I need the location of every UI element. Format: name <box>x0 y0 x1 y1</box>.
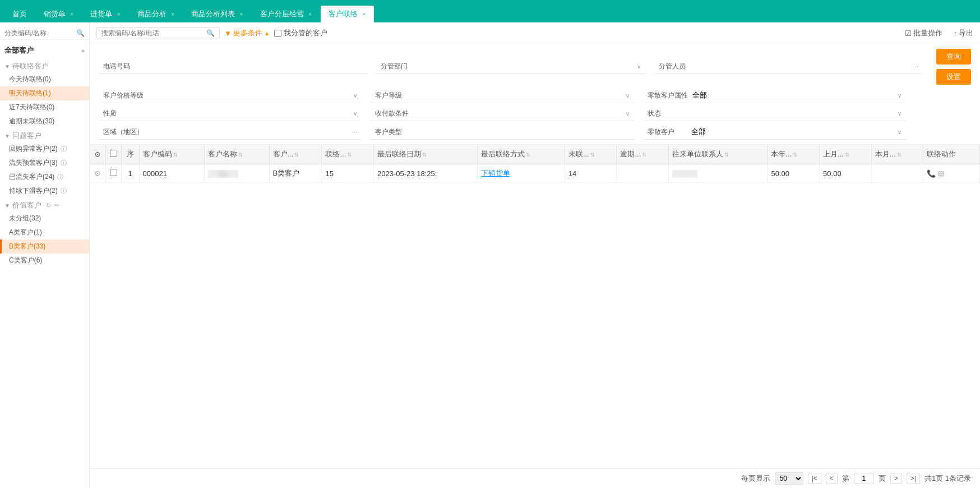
my-customers-checkbox[interactable] <box>274 30 281 37</box>
nav-item-商品分析[interactable]: 商品分析× <box>130 6 182 22</box>
sidebar-group-label-1[interactable]: ▼问题客户 <box>0 128 89 142</box>
close-tab-icon[interactable]: × <box>117 11 120 17</box>
th-check[interactable] <box>105 145 121 164</box>
payment-wrap[interactable]: ∨ <box>419 110 629 118</box>
retail-attr-wrap[interactable]: 全部 ∨ <box>692 90 902 100</box>
sidebar-search-wrap[interactable]: 🔍 <box>0 27 89 40</box>
th-this-month[interactable]: 本月...⇅ <box>871 145 923 164</box>
info-icon[interactable]: ⓘ <box>59 159 67 166</box>
nature-input[interactable] <box>147 110 351 118</box>
retail-customer-wrap[interactable]: 全部 ∨ <box>691 127 902 137</box>
close-tab-icon[interactable]: × <box>308 11 312 17</box>
nav-item-进货单[interactable]: 进货单× <box>82 6 128 22</box>
dept-input[interactable] <box>424 63 634 71</box>
sidebar-group-label-0[interactable]: ▼待联络客户 <box>0 59 89 72</box>
status-input[interactable] <box>691 110 895 118</box>
row-last-method-0[interactable]: 下销货单 <box>477 164 565 183</box>
th-this-year[interactable]: 本年...⇅ <box>768 145 820 164</box>
customer-value-input[interactable] <box>148 91 351 99</box>
sidebar-item-0-3[interactable]: 逾期未联络(30) <box>0 114 89 128</box>
customer-level-wrap[interactable]: ∨ <box>419 91 629 99</box>
nav-item-客户分层经营[interactable]: 客户分层经营× <box>252 6 320 22</box>
th-contact[interactable]: 联络...⇅ <box>322 145 374 164</box>
phone-action-icon-0[interactable]: 📞 <box>927 169 936 178</box>
th-code[interactable]: 客户编码⇅ <box>139 145 204 164</box>
sidebar-search-input[interactable] <box>4 29 76 37</box>
nav-item-商品分析列表[interactable]: 商品分析列表× <box>183 6 251 22</box>
area-input[interactable] <box>148 128 352 136</box>
grid-action-icon-0[interactable]: ⊞ <box>938 169 944 178</box>
th-name[interactable]: 客户名称⇅ <box>204 145 269 164</box>
th-not-contact[interactable]: 未联...⇅ <box>565 145 617 164</box>
area-more[interactable]: ··· <box>352 128 357 135</box>
my-customers-checkbox-wrap[interactable]: 我分管的客户 <box>274 28 327 38</box>
first-page-button[interactable]: |< <box>808 473 821 484</box>
phone-input[interactable] <box>147 63 363 71</box>
dept-select-wrap[interactable]: ∨ <box>424 63 640 71</box>
batch-operation-button[interactable]: ☑ 批量操作 <box>905 28 942 38</box>
sort-icon-nc: ⇅ <box>590 151 595 158</box>
sidebar-group-label-2[interactable]: ▼价值客户↻✏ <box>0 198 89 211</box>
th-unit-contact[interactable]: 往来单位联系人⇅ <box>669 145 768 164</box>
nav-item-客户联络[interactable]: 客户联络× <box>321 6 373 22</box>
select-all-checkbox[interactable] <box>110 150 117 157</box>
close-tab-icon[interactable]: × <box>362 11 366 17</box>
manager-input[interactable] <box>702 63 909 71</box>
sidebar-item-0-1[interactable]: 明天待联络(1) <box>0 86 89 100</box>
customer-type-wrap[interactable] <box>419 128 629 136</box>
row-checkbox-0[interactable] <box>110 169 117 176</box>
customer-value-wrap[interactable]: ∨ <box>148 91 357 99</box>
info-icon[interactable]: ⓘ <box>59 145 67 152</box>
search-icon[interactable]: 🔍 <box>206 29 215 37</box>
close-tab-icon[interactable]: × <box>171 11 174 17</box>
nature-wrap[interactable]: ∨ <box>147 110 357 118</box>
edit-icon[interactable]: ✏ <box>54 202 59 209</box>
sidebar-item-1-1[interactable]: 流失预警客户(3) ⓘ <box>0 156 89 170</box>
nav-item-销货单[interactable]: 销货单× <box>36 6 81 22</box>
sidebar-item-2-3[interactable]: C类客户(6) <box>0 254 89 268</box>
th-last-contact-date[interactable]: 最后联络日期⇅ <box>374 145 478 164</box>
customer-type-input[interactable] <box>419 128 629 136</box>
sidebar-item-1-3[interactable]: 持续下滑客户(2) ⓘ <box>0 184 89 198</box>
sidebar-item-2-1[interactable]: A类客户(1) <box>0 225 89 240</box>
sidebar-item-1-2[interactable]: 已流失客户(24) ⓘ <box>0 170 89 184</box>
group-label-0: 待联络客户 <box>12 61 49 71</box>
search-input[interactable] <box>101 29 206 37</box>
row-check-0[interactable] <box>105 164 121 183</box>
sidebar-item-2-0[interactable]: 未分组(32) <box>0 211 89 225</box>
payment-input[interactable] <box>419 110 623 118</box>
last-page-button[interactable]: >| <box>907 473 920 484</box>
status-wrap[interactable]: ∨ <box>691 110 902 118</box>
sidebar-search-icon[interactable]: 🔍 <box>76 29 85 37</box>
sidebar-item-2-2[interactable]: B类客户(33) <box>0 240 89 254</box>
query-button[interactable]: 查询 <box>936 49 971 65</box>
th-gear[interactable]: ⚙ <box>90 145 105 164</box>
customer-level-input[interactable] <box>419 91 623 99</box>
manager-more[interactable]: ··· <box>913 63 918 70</box>
export-button[interactable]: ↑ 导出 <box>954 28 974 38</box>
info-icon[interactable]: ⓘ <box>59 187 67 194</box>
last-method-link-0[interactable]: 下销货单 <box>481 169 510 177</box>
close-tab-icon[interactable]: × <box>70 11 73 17</box>
sidebar-item-0-0[interactable]: 今天待联络(0) <box>0 72 89 86</box>
nav-item-首页[interactable]: 首页 <box>4 6 35 22</box>
area-wrap[interactable]: ··· <box>148 128 357 136</box>
more-conditions-button[interactable]: ▼ 更多条件 ▲ <box>224 28 270 38</box>
th-last-contact-method[interactable]: 最后联络方式⇅ <box>477 145 565 164</box>
next-page-button[interactable]: > <box>890 473 902 484</box>
set-button[interactable]: 设置 <box>936 69 971 85</box>
th-type[interactable]: 客户...⇅ <box>269 145 322 164</box>
th-overdue[interactable]: 逾期...⇅ <box>617 145 669 164</box>
sidebar-item-0-2[interactable]: 近7天待联络(0) <box>0 100 89 114</box>
all-customers-header[interactable]: 全部客户 « <box>0 42 89 59</box>
row-gear-0[interactable]: ⚙ <box>90 164 105 183</box>
prev-page-button[interactable]: < <box>826 473 838 484</box>
page-input[interactable] <box>854 473 874 484</box>
per-page-select[interactable]: 50 100 <box>775 472 803 485</box>
refresh-icon[interactable]: ↻ <box>46 202 51 209</box>
info-icon[interactable]: ⓘ <box>56 173 63 180</box>
search-input-wrap[interactable]: 🔍 <box>96 27 220 39</box>
th-last-month[interactable]: 上月...⇅ <box>820 145 872 164</box>
close-tab-icon[interactable]: × <box>239 11 243 17</box>
sidebar-item-1-0[interactable]: 回购异常客户(2) ⓘ <box>0 142 89 156</box>
